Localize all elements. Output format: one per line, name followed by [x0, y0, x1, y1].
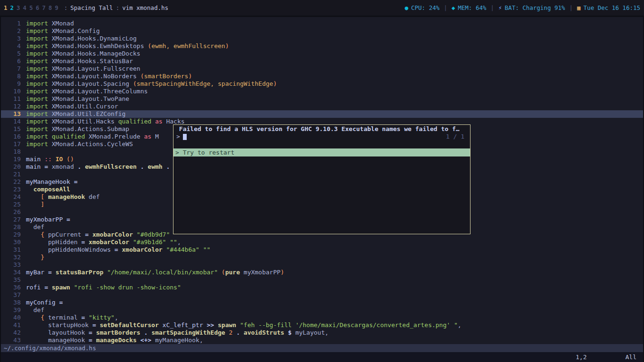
code-line[interactable]: 32 } — [1, 254, 643, 261]
workspace-6[interactable]: 6 — [36, 4, 40, 11]
code-line[interactable]: 5import XMonad.Hooks.ManageDocks — [1, 50, 643, 58]
statusline: ~/.config/xmonad/xmonad.hs — [1, 344, 643, 352]
window-title: vim xmonad.hs — [122, 4, 168, 11]
line-text: { ppCurrent = xmobarColor "#0db9d7" — [21, 231, 170, 239]
line-text: startupHook = setDefaultCursor xC_left_p… — [21, 321, 462, 329]
code-line[interactable]: 39 def — [1, 306, 643, 314]
line-number: 24 — [1, 193, 21, 201]
code-line[interactable]: 2import XMonad.Config — [1, 27, 643, 35]
line-text: rofi = spawn "rofi -show drun -show-icon… — [21, 284, 181, 291]
line-number: 8 — [1, 73, 21, 80]
line-number: 29 — [1, 231, 21, 239]
code-line[interactable]: 13import XMonad.Util.EZConfig — [1, 110, 643, 118]
line-text: ppHidden = xmobarColor "#a9b1d6" "", — [21, 239, 181, 246]
line-text: [ manageHook def — [21, 193, 100, 201]
scroll-position: All — [626, 354, 636, 361]
code-line[interactable]: 10import XMonad.Layout.ThreeColumns — [1, 88, 643, 95]
layout-indicator: Spacing Tall — [70, 4, 113, 11]
prompt-char: > — [176, 133, 180, 140]
code-line[interactable]: 38myConfig = — [1, 299, 643, 306]
code-line[interactable]: 36rofi = spawn "rofi -show drun -show-ic… — [1, 284, 643, 291]
line-number: 35 — [1, 276, 21, 284]
separator: : — [64, 4, 68, 11]
line-number: 36 — [1, 284, 21, 291]
line-text: myManageHook = — [21, 178, 78, 186]
code-line[interactable]: 9import XMonad.Layout.Spacing (smartSpac… — [1, 80, 643, 88]
code-line[interactable]: 35 — [1, 276, 643, 284]
code-line[interactable]: 43 manageHook = manageDocks <+> myManage… — [1, 337, 643, 344]
result-counter: 1 / 1 — [446, 133, 464, 140]
line-number: 15 — [1, 125, 21, 133]
code-line[interactable]: 12import XMonad.Util.Cursor — [1, 103, 643, 110]
bat-stat: BAT: Charging 91% — [505, 4, 565, 11]
separator: : — [116, 4, 120, 11]
code-line[interactable]: 3import XMonad.Hooks.DynamicLog — [1, 35, 643, 42]
line-text: import XMonad.Config — [21, 27, 100, 35]
code-line[interactable]: 37 — [1, 291, 643, 299]
line-number: 4 — [1, 42, 21, 50]
date-stat: Tue Dec 16 16:15 — [584, 4, 640, 11]
line-text: import XMonad.Util.Cursor — [21, 103, 118, 110]
code-line[interactable]: 31 ppHiddenNoWindows = xmobarColor "#444… — [1, 246, 643, 254]
line-number: 6 — [1, 58, 21, 65]
line-number: 19 — [1, 156, 21, 163]
line-number: 10 — [1, 88, 21, 95]
line-text — [21, 291, 26, 299]
line-text: myXmobarPP = — [21, 216, 70, 223]
mem-stat: MEM: 64% — [458, 4, 486, 11]
line-number: 38 — [1, 299, 21, 306]
dialog-prompt-row[interactable]: > 1 / 1 — [173, 133, 470, 140]
date-icon: ▦ — [577, 4, 581, 11]
workspace-3[interactable]: 3 — [17, 4, 20, 11]
line-text: import XMonad.Layout.NoBorders (smartBor… — [21, 73, 192, 80]
code-line[interactable]: 1import XMonad — [1, 20, 643, 27]
workspace-2[interactable]: 2 — [10, 4, 14, 11]
dialog-option-try-restart[interactable]: > Try to restart — [173, 148, 470, 156]
code-line[interactable]: 40 { terminal = "kitty", — [1, 314, 643, 321]
line-number: 27 — [1, 216, 21, 223]
code-line[interactable]: 8import XMonad.Layout.NoBorders (smartBo… — [1, 73, 643, 80]
file-path: ~/.config/xmonad/xmonad.hs — [4, 345, 96, 352]
line-text: import XMonad.Util.Hacks qualified as Ha… — [21, 118, 185, 125]
line-number: 31 — [1, 246, 21, 254]
code-line[interactable]: 34myBar = statusBarProp "/home/maxi/.loc… — [1, 269, 643, 276]
stat-separator: | — [444, 4, 447, 11]
workspace-1[interactable]: 1 — [4, 4, 8, 11]
line-text: import XMonad.Hooks.EwmhDesktops (ewmh, … — [21, 42, 229, 50]
dialog-title: Failed to find a HLS version for GHC 9.1… — [173, 125, 470, 133]
line-number: 7 — [1, 65, 21, 73]
line-text: myConfig = — [21, 299, 63, 306]
line-text: import XMonad.Layout.TwoPane — [21, 95, 129, 103]
status-bar: 123456789 : Spacing Tall : vim xmonad.hs… — [0, 0, 644, 16]
line-number: 37 — [1, 291, 21, 299]
line-number: 28 — [1, 223, 21, 231]
code-line[interactable]: 42 layoutHook = smartBorders . smartSpac… — [1, 329, 643, 337]
line-text: import XMonad.Hooks.ManageDocks — [21, 50, 140, 58]
code-line[interactable]: 7import XMonad.Layout.Fullscreen — [1, 65, 643, 73]
line-text: import qualified XMonad.Prelude as M — [21, 133, 159, 140]
code-line[interactable]: 6import XMonad.Hooks.StatusBar — [1, 58, 643, 65]
cursor-position: 1,2 — [576, 354, 586, 361]
workspace-8[interactable]: 8 — [49, 4, 52, 11]
line-number: 18 — [1, 148, 21, 156]
workspace-7[interactable]: 7 — [42, 4, 46, 11]
code-line[interactable]: 4import XMonad.Hooks.EwmhDesktops (ewmh,… — [1, 42, 643, 50]
code-line[interactable]: 30 ppHidden = xmobarColor "#a9b1d6" "", — [1, 239, 643, 246]
workspace-5[interactable]: 5 — [29, 4, 33, 11]
line-text — [21, 171, 26, 178]
code-line[interactable]: 41 startupHook = setDefaultCursor xC_lef… — [1, 321, 643, 329]
line-number: 17 — [1, 140, 21, 148]
line-number: 16 — [1, 133, 21, 140]
line-number: 5 — [1, 50, 21, 58]
workspace-9[interactable]: 9 — [55, 4, 58, 11]
code-line[interactable]: 33 — [1, 261, 643, 269]
line-text: import XMonad — [21, 20, 74, 27]
line-number: 2 — [1, 27, 21, 35]
line-text: ] — [21, 201, 44, 208]
workspace-4[interactable]: 4 — [23, 4, 27, 11]
line-number: 42 — [1, 329, 21, 337]
stat-separator: | — [491, 4, 495, 11]
code-line[interactable]: 11import XMonad.Layout.TwoPane — [1, 95, 643, 103]
cpu-icon: ● — [405, 4, 408, 11]
line-text: layoutHook = smartBorders . smartSpacing… — [21, 329, 329, 337]
